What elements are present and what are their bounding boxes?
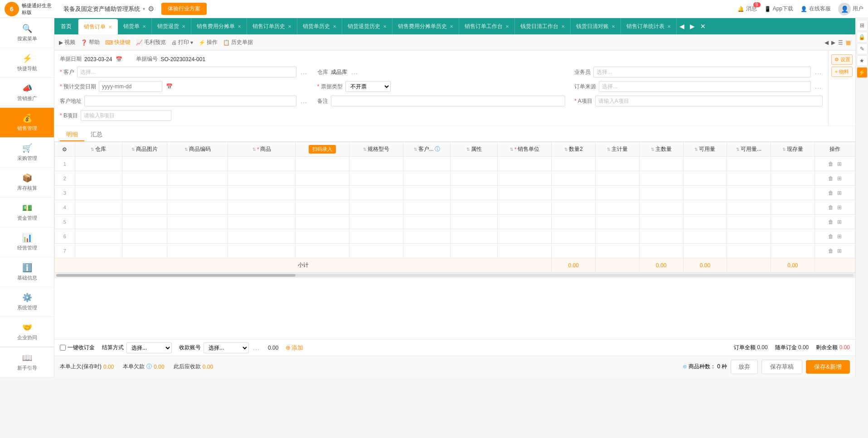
invoice-type-select[interactable]: 不开票 [345,81,391,92]
save-new-btn[interactable]: 保存&新增 [806,360,850,374]
row-copy-1[interactable]: ⊞ [837,161,842,167]
col-settings[interactable]: ⚙ [55,142,75,157]
view-mode-list[interactable]: ☰ [838,39,843,46]
a-project-input[interactable] [595,96,823,106]
tab-sales-order[interactable]: 销售订单 ✕ [78,19,118,34]
row-copy-7[interactable]: ⊞ [837,248,842,254]
dropdown-arrow-icon[interactable]: ▾ [143,6,145,11]
notification-item[interactable]: 🔔 9 消息 [737,5,757,13]
address-more-btn[interactable]: … [299,97,308,105]
row-delete-6[interactable]: 🗑 [828,233,834,240]
remarks-input[interactable] [331,96,566,106]
toolbar-profit[interactable]: 📈 毛利预览 [136,39,166,46]
tab-return-history[interactable]: 销货退货历史 ✕ [342,18,393,34]
toolbar-shortcut[interactable]: ⌨ 快捷键 [105,39,131,46]
row-delete-3[interactable]: 🗑 [828,190,834,196]
close-tab-sales-order[interactable]: ✕ [108,24,112,29]
row-copy-4[interactable]: ⊞ [837,204,842,211]
toolbar-help[interactable]: ❓ 帮助 [81,39,100,46]
tab-order-workbench[interactable]: 销售订单工作台 ✕ [459,18,515,34]
nav-next[interactable]: ▶ [831,39,835,46]
tab-fee-history[interactable]: 销售费用分摊单历史 ✕ [393,18,459,34]
row-delete-2[interactable]: 🗑 [828,175,834,182]
sidebar-item-operation[interactable]: 📊 经营管理 [0,227,54,257]
one-click-checkbox[interactable] [60,345,66,351]
toolbar-history[interactable]: 📋 历史单据 [223,39,253,46]
debt-info-icon[interactable]: ⓘ [146,363,152,371]
col-settings-icon[interactable]: ⚙ [62,146,67,153]
sidebar-item-newbie[interactable]: 📖 新手引导 [0,347,54,377]
nav-prev[interactable]: ◀ [824,39,829,46]
customer-input[interactable] [77,67,296,77]
save-draft-btn[interactable]: 保存草稿 [761,360,802,374]
customer-address-input[interactable] [84,96,296,106]
tab-sales-return[interactable]: 销货退货 ✕ [152,18,191,34]
sidebar-item-basic-info[interactable]: ℹ️ 基础信息 [0,257,54,287]
account-select[interactable]: 选择... [204,342,249,353]
horizontal-scrollbar[interactable] [54,273,855,278]
toolbar-print[interactable]: 🖨 打印 ▾ [171,39,193,46]
close-tab-sales-shipment[interactable]: ✕ [142,24,146,29]
online-service-item[interactable]: 👤 在线客服 [800,5,831,13]
row-copy-5[interactable]: ⊞ [837,219,842,225]
tab-shipment-history[interactable]: 销货单历史 ✕ [297,18,342,34]
scan-input-btn[interactable]: 扫码录入 [309,145,336,154]
tab-detail[interactable]: 明细 [60,129,84,141]
settings-icon[interactable]: ⚙ [148,5,154,13]
settings-action-btn[interactable]: ⚙ 设置 [831,54,853,65]
tab-home[interactable]: 首页 [54,18,78,34]
industry-btn[interactable]: 体验行业方案 [161,3,207,15]
row-copy-2[interactable]: ⊞ [837,175,842,182]
warehouse-more-btn[interactable]: … [350,68,359,76]
tab-prev-btn[interactable]: ◀ [677,23,687,30]
discard-btn[interactable]: 放弃 [731,360,758,374]
close-tab-fee-history[interactable]: ✕ [450,24,453,29]
app-download-item[interactable]: 📱 App下载 [764,5,793,13]
b-project-input[interactable] [81,110,171,121]
account-more-btn[interactable]: … [252,344,261,352]
close-tab-fee[interactable]: ✕ [238,24,241,29]
close-tab-workbench[interactable]: ✕ [505,24,509,29]
sidebar-item-purchase[interactable]: 🛒 采购管理 [0,138,54,168]
row-delete-1[interactable]: 🗑 [828,161,834,167]
close-tab-return-history[interactable]: ✕ [383,24,387,29]
close-tab-return[interactable]: ✕ [182,24,185,29]
salesperson-input[interactable] [593,67,811,77]
right-panel-btn-1[interactable]: ⊞ [857,20,868,31]
toolbar-view[interactable]: ▶ 视频 [59,39,75,46]
close-tab-order-history[interactable]: ✕ [288,24,291,29]
close-tab-daily-workbench[interactable]: ✕ [561,24,565,29]
payment-method-select[interactable]: 选择... [126,342,172,353]
sidebar-item-inventory[interactable]: 📦 库存核算 [0,168,54,197]
row-delete-5[interactable]: 🗑 [828,219,834,225]
add-material-btn[interactable]: + 物料 [831,67,853,77]
tab-summary[interactable]: 汇总 [84,129,109,141]
sidebar-item-system[interactable]: ⚙️ 系统管理 [0,287,54,317]
delivery-date-input[interactable] [99,81,162,92]
tab-order-history[interactable]: 销售订单历史 ✕ [247,18,297,34]
add-payment-btn[interactable]: ⊕ 添加 [286,344,303,352]
tab-sales-fee[interactable]: 销售费用分摊单 ✕ [191,18,247,34]
customer-col-info-icon[interactable]: ⓘ [435,145,440,153]
toolbar-operation[interactable]: ⚡ 操作 [199,39,218,46]
customer-more-btn[interactable]: … [299,68,308,76]
right-panel-btn-4[interactable]: ★ [857,55,868,66]
right-panel-btn-2[interactable]: 🔒 [857,32,868,43]
sidebar-item-sales[interactable]: 💰 销售管理 [0,108,54,138]
tab-daily-clear-workbench[interactable]: 钱货日清工作台 ✕ [515,18,571,34]
tab-sales-shipment[interactable]: 销货单 ✕ [118,18,152,34]
row-copy-6[interactable]: ⊞ [837,233,842,240]
close-tab-shipment-history[interactable]: ✕ [333,24,336,29]
tab-daily-reconcile[interactable]: 钱货日清对账 ✕ [571,18,621,34]
sidebar-item-quicknav[interactable]: ⚡ 快捷导航 [0,48,54,78]
calendar-icon[interactable]: 📅 [116,56,122,63]
close-tab-daily-reconcile[interactable]: ✕ [611,24,615,29]
sidebar-item-enterprise[interactable]: 🤝 企业协同 [0,317,54,347]
right-panel-btn-5[interactable]: ⚡ [857,67,868,78]
right-panel-btn-3[interactable]: ✎ [857,43,868,54]
sidebar-item-search[interactable]: 🔍 搜索菜单 [0,18,54,48]
tab-next-btn[interactable]: ▶ [687,23,698,30]
row-delete-7[interactable]: 🗑 [828,248,834,254]
salesperson-more-btn[interactable]: … [814,68,823,76]
user-item[interactable]: 👤 用户 [838,3,863,15]
